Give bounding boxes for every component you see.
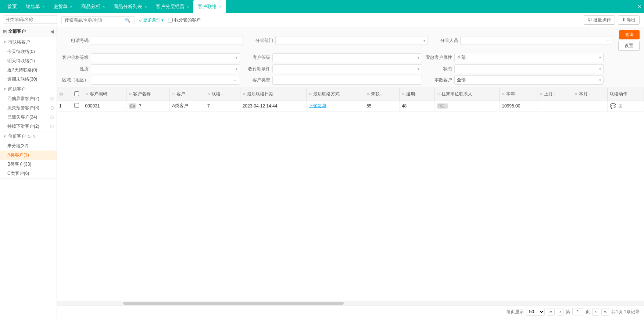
sidebar-item-ungrouped[interactable]: 未分组(32) <box>0 141 57 151</box>
filter-phone-input[interactable] <box>91 36 243 45</box>
nav-product-analysis[interactable]: 商品分析 × <box>77 0 109 13</box>
sidebar-item-today[interactable]: 今天待联络(0) <box>0 47 57 56</box>
filter-nature-dropdown[interactable]: ▾ <box>91 64 240 73</box>
row-this-month <box>572 100 608 112</box>
sidebar-item-churn-warning[interactable]: 流失预警客户(3) ⓘ <box>0 103 57 113</box>
nav-sales[interactable]: 销售单 × <box>21 0 49 13</box>
select-all-checkbox[interactable] <box>74 91 79 96</box>
sidebar-group-pending-title[interactable]: ▼ 待联络客户 <box>0 37 57 47</box>
filter-more-arrow-icon: ▾ <box>161 18 164 23</box>
nav-customer-contact[interactable]: 客户联络 × <box>193 0 226 13</box>
page-number-input[interactable] <box>572 308 583 315</box>
filter-person-input[interactable]: ··· <box>460 36 612 45</box>
share-action-icon[interactable]: ⊞ <box>618 103 623 109</box>
filter-scatter-customer-dropdown[interactable]: 全部 ▾ <box>454 75 604 85</box>
sidebar-item-repurchase-abnormal[interactable]: 回购异常客户(2) ⓘ <box>0 94 57 103</box>
th-contact-label: 联络... <box>212 91 224 97</box>
nav-product-list[interactable]: 商品分析列表 × <box>109 0 151 13</box>
scatter-customer-arrow: ▾ <box>599 78 601 82</box>
horizontal-scrollbar[interactable] <box>57 301 644 305</box>
th-contact: ⇅ 联络... <box>205 88 240 100</box>
last-contact-method-link[interactable]: 下销货单 <box>309 103 326 108</box>
filter-scatter-attr-dropdown[interactable]: 全部 ▾ <box>454 53 604 62</box>
nav-customer-mgmt-close[interactable]: × <box>187 4 189 9</box>
filter-payment-dropdown[interactable]: ▾ <box>272 64 422 73</box>
prev-page-button[interactable]: ‹ <box>557 308 564 316</box>
payment-arrow: ▾ <box>418 67 419 71</box>
filter-price-level-dropdown[interactable]: ▾ <box>91 53 240 62</box>
sidebar-item-declining[interactable]: 持续下滑客户(2) ⓘ <box>0 122 57 131</box>
repurchase-label: 回购异常客户(2) <box>7 96 39 102</box>
code-sort-icon: ⇅ <box>85 92 88 96</box>
repurchase-info-icon: ⓘ <box>50 96 54 102</box>
my-customers-checkbox-label[interactable]: 我分管的客户 <box>168 17 201 23</box>
sidebar-item-tomorrow[interactable]: 明天待联络(1) <box>0 56 57 66</box>
table-header: ⚙ ⇅ 客户编码 ⇅ <box>57 88 644 100</box>
filter-status-dropdown[interactable]: ▾ <box>454 64 604 73</box>
close-all-tabs-icon[interactable]: × <box>638 3 641 10</box>
no-contact-value: 55 <box>366 103 371 109</box>
filter-nature: 性质 ▾ <box>61 64 240 73</box>
per-page-select[interactable]: 50 100 200 <box>526 308 545 316</box>
sidebar-item-class-a[interactable]: A类客户(1) <box>0 151 57 160</box>
next-page-button[interactable]: › <box>592 308 599 316</box>
declining-label: 持续下滑客户(2) <box>7 123 39 130</box>
filter-scatter-customer: 零散客户 全部 ▾ <box>425 75 604 85</box>
row-last-month <box>537 100 572 112</box>
my-customers-checkbox[interactable] <box>168 18 173 22</box>
value-arrow-icon: ▼ <box>3 134 7 138</box>
filter-dept-dropdown[interactable]: ▾ <box>275 36 427 45</box>
sidebar-item-churned[interactable]: 已流失客户(24) ⓘ <box>0 113 57 122</box>
last-page-button[interactable]: » <box>601 308 609 316</box>
nav-customer-contact-close[interactable]: × <box>219 4 221 9</box>
filter-customer-level-dropdown[interactable]: ▾ <box>272 53 422 62</box>
nav-customer-mgmt[interactable]: 客户分层经营 × <box>151 0 193 13</box>
sidebar-search-input[interactable] <box>3 15 57 24</box>
th-action-label: 联络动作 <box>610 91 627 96</box>
value-group-label: 价值客户 <box>8 133 26 139</box>
export-button[interactable]: ⬆ 导出 <box>618 15 640 25</box>
filter-region-input[interactable]: ··· <box>91 76 240 85</box>
sidebar-group-value-title[interactable]: ▼ 价值客户 ↻ ✎ <box>0 131 57 141</box>
row-last-contact-method: 下销货单 <box>306 100 364 112</box>
nav-purchase-close[interactable]: × <box>70 4 72 9</box>
row-select-checkbox[interactable] <box>74 103 79 108</box>
nav-home[interactable]: 首页 <box>3 0 21 13</box>
filter-row-1: 电话号码 分管部门 ▾ 分管人员 ··· 查询 设置 <box>61 30 640 51</box>
nav-product-analysis-close[interactable]: × <box>103 4 105 9</box>
sidebar-item-class-b[interactable]: B类客户(33) <box>0 160 57 169</box>
table-gear-icon[interactable]: ⚙ <box>59 92 63 97</box>
nav-product-list-close[interactable]: × <box>144 4 147 9</box>
nav-purchase-label: 进货单 <box>53 3 68 10</box>
filter-more-conditions[interactable]: ▽ 更多条件 ▾ <box>139 17 164 23</box>
th-gear: ⚙ <box>57 88 72 100</box>
th-name-label: 客户名称 <box>133 91 151 97</box>
scatter-attr-value: 全部 <box>457 54 466 61</box>
filter-customer-type-input[interactable] <box>272 76 422 85</box>
th-company-contact-label: 往来单位联系人 <box>441 91 472 97</box>
filter-payment-label: 收付款条件 <box>243 66 272 72</box>
sidebar-item-class-c[interactable]: C类客户(6) <box>0 169 57 178</box>
sidebar-group-problem-title[interactable]: ▼ 问题客户 <box>0 84 57 94</box>
filter-search-input[interactable] <box>65 18 124 23</box>
nav-sales-close[interactable]: × <box>42 4 44 9</box>
settings-button[interactable]: 设置 <box>618 41 640 51</box>
sidebar-item-7days[interactable]: 近7天待联络(0) <box>0 66 57 75</box>
value-refresh-icon[interactable]: ↻ <box>27 134 31 139</box>
first-page-button[interactable]: « <box>547 308 555 316</box>
batch-operation-button[interactable]: ☑ 批量操作 <box>584 15 615 25</box>
sidebar-collapse-icon[interactable]: ◀ <box>50 29 54 34</box>
query-button[interactable]: 查询 <box>619 30 640 39</box>
per-page-label: 每页显示 <box>506 309 524 315</box>
sidebar-item-overdue[interactable]: 逾期未联络(30) <box>0 75 57 84</box>
filter-search-icon[interactable]: 🔍 <box>125 18 130 23</box>
chat-action-icon[interactable]: 💬 <box>610 103 616 109</box>
nav-purchase[interactable]: 进货单 × <box>49 0 76 13</box>
filter-customer-level: 客户等级 ▾ <box>243 53 422 62</box>
this-year-value: 10995.00 <box>502 103 520 109</box>
value-edit-icon[interactable]: ✎ <box>32 134 36 139</box>
th-this-month: ⇅ 本月... <box>572 88 608 100</box>
name-badge: Ea <box>129 103 136 109</box>
person-dots-icon: ··· <box>606 38 610 43</box>
scrollbar-thumb[interactable] <box>123 302 344 305</box>
